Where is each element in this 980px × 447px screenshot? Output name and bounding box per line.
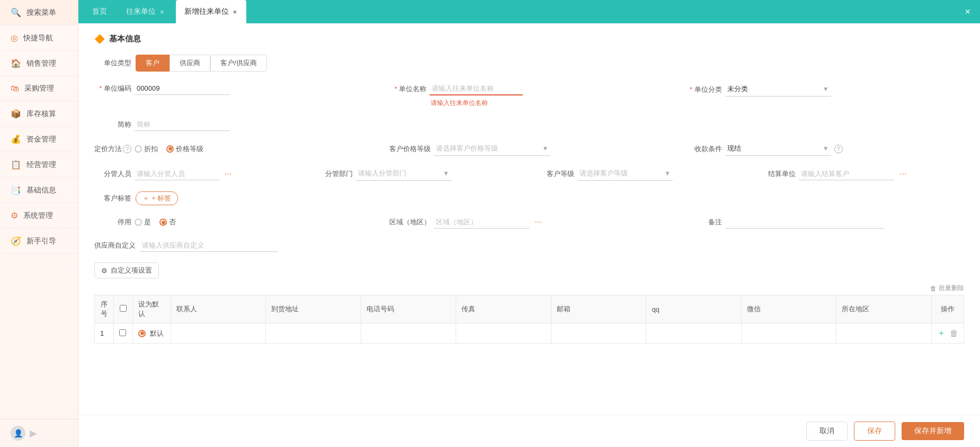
dept-chevron: ▼ [441,170,451,177]
unit-category-value: 未分类 [725,82,821,96]
tab-new-partner[interactable]: 新增往来单位 × [176,0,247,23]
pricing-discount-radio[interactable]: 折扣 [135,144,158,154]
customer-level-select[interactable]: 请选择客户等级 ▼ [577,166,673,181]
unit-type-supplier[interactable]: 供应商 [170,55,210,72]
unit-name-error: 请输入往来单位名称 [431,99,488,107]
unit-code-input[interactable] [135,82,230,95]
tab-bar-close-button[interactable]: × [960,6,975,17]
manager-row: 分管人员 ··· 分管部门 请输入分管部门 ▼ 客户等级 请选择客户等级 ▼ [94,166,964,181]
unit-category-select[interactable]: 未分类 ▼ [725,82,831,97]
disabled-label: 停用 [94,217,131,227]
cell-default: 默认 [133,323,171,344]
pricing-discount-circle [135,145,142,153]
disabled-no-radio[interactable]: 否 [159,217,176,227]
pricing-level-radio[interactable]: 价格等级 [166,144,203,154]
sidebar-bottom: 👤 ▶ [0,419,78,447]
sidebar-item-guide-label: 新手引导 [26,236,56,246]
code-name-category-row: * 单位编码 * 单位名称 请输入往来单位名称 [94,82,964,108]
cancel-button[interactable]: 取消 [806,422,848,441]
custom-settings-button[interactable]: ⚙ 自定义项设置 [94,262,159,278]
sidebar-item-sales[interactable]: 🏠 销售管理 [0,51,78,76]
sidebar-item-quicknav-label: 快捷导航 [23,33,53,43]
unit-name-input[interactable] [430,82,523,95]
default-radio-label[interactable]: 默认 [138,329,165,338]
unit-type-row: 单位类型 客户 供应商 客户/供应商 [94,55,964,72]
fax-input[interactable] [461,329,545,337]
save-and-new-button[interactable]: 保存并新增 [902,422,964,440]
sidebar-item-finance[interactable]: 💰 资金管理 [0,127,78,152]
payment-terms-help-icon[interactable]: ? [834,145,843,153]
th-qq: qq [646,295,742,323]
tab-partner[interactable]: 往来单位 × [118,0,174,23]
th-wechat: 微信 [741,295,836,323]
table-region-input[interactable] [842,329,926,337]
phone-input[interactable] [367,329,450,337]
disabled-region-row: 停用 是 否 区域（地区） [94,216,964,229]
customer-price-select[interactable]: 请选择客户价格等级 ▼ [434,142,550,156]
payment-terms-select[interactable]: 现结 ▼ [725,142,831,156]
tab-new-partner-close[interactable]: × [232,8,238,16]
th-index: 序号 [95,295,114,323]
email-input[interactable] [557,329,640,337]
sidebar-item-operations[interactable]: 📋 经营管理 [0,152,78,178]
add-row-button[interactable]: ＋ [937,328,946,339]
customer-tag-label: 客户标签 [94,194,131,203]
sidebar-item-search[interactable]: 🔍 搜索菜单 [0,0,78,25]
unit-category-star: * [690,85,692,93]
row-checkbox[interactable] [119,329,126,336]
remark-input[interactable] [725,216,884,229]
settlement-input[interactable] [799,168,894,180]
customer-price-placeholder: 请选择客户价格等级 [434,142,540,155]
table-select-all[interactable] [120,305,127,312]
disabled-yes-radio[interactable]: 是 [135,217,151,227]
pricing-help-icon[interactable]: ? [123,145,131,153]
region-input[interactable] [434,216,529,229]
add-tag-button[interactable]: ＋ + 标签 [136,191,178,205]
unit-type-both[interactable]: 客户/供应商 [210,55,267,72]
sidebar-item-guide[interactable]: 🧭 新手引导 [0,229,78,254]
settings-gear-icon: ⚙ [101,267,108,275]
guide-icon: 🧭 [11,236,21,246]
tag-plus-icon: ＋ [142,194,149,203]
unit-type-customer[interactable]: 客户 [136,55,170,72]
manager-input[interactable] [135,168,219,180]
dept-select[interactable]: 请输入分管部门 ▼ [356,166,451,181]
manager-field: 分管人员 ··· [94,168,300,180]
sidebar-item-inventory[interactable]: 📦 库存核算 [0,101,78,127]
region-more[interactable]: ··· [532,217,544,227]
wechat-input[interactable] [747,329,831,337]
tab-home[interactable]: 首页 [84,0,115,23]
sidebar-item-quicknav[interactable]: ◎ 快捷导航 [0,25,78,51]
cell-fax [456,323,551,344]
unit-category-field: * 单位分类 未分类 ▼ [685,82,964,97]
pricing-level-circle [166,145,174,153]
sidebar-item-basic[interactable]: 📑 基础信息 [0,178,78,203]
qq-input[interactable] [652,329,736,337]
sidebar-item-system[interactable]: ⚙ 系统管理 [0,203,78,229]
delete-row-button[interactable]: 🗑 [950,329,958,338]
purchase-icon: 🛍 [11,84,19,93]
batch-delete-row: 🗑 批量删除 [94,284,964,293]
unit-name-star: * [395,85,397,93]
address-input[interactable] [271,329,355,337]
manager-label: 分管人员 [94,169,131,179]
search-icon: 🔍 [11,7,21,17]
supplier-custom-input[interactable] [140,239,278,252]
tab-partner-close[interactable]: × [159,8,165,16]
contact-input[interactable] [176,329,260,337]
sidebar-item-purchase[interactable]: 🛍 采购管理 [0,76,78,101]
unit-category-label: * 单位分类 [685,85,722,94]
batch-delete-button[interactable]: 🗑 批量删除 [930,284,964,293]
manager-more[interactable]: ··· [222,169,234,179]
customer-price-label: 客户价格等级 [389,144,431,154]
th-phone: 电话号码 [361,295,456,323]
settlement-more[interactable]: ··· [897,169,908,179]
th-address: 到货地址 [266,295,361,323]
quicknav-icon: ◎ [11,33,18,43]
save-button[interactable]: 保存 [854,422,895,441]
user-avatar[interactable]: 👤 [11,426,25,441]
sales-icon: 🏠 [11,58,21,68]
short-name-input[interactable] [135,118,230,131]
sidebar: 🔍 搜索菜单 ◎ 快捷导航 🏠 销售管理 🛍 采购管理 📦 库存核算 💰 资金管… [0,0,78,447]
th-checkbox [114,295,133,323]
